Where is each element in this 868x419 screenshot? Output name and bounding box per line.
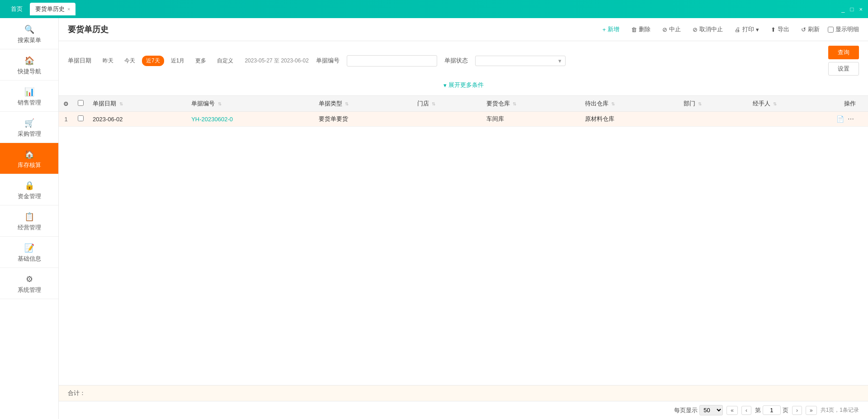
th-req-warehouse[interactable]: 要货仓库 ⇅ — [482, 96, 580, 112]
sidebar-item-operations[interactable]: 📋 经营管理 — [0, 205, 58, 237]
action-buttons: 查询 设置 — [828, 46, 859, 76]
date-recent7-btn[interactable]: 近7天 — [142, 56, 164, 66]
query-button[interactable]: 查询 — [828, 46, 859, 59]
sidebar-item-system[interactable]: ⚙ 系统管理 — [0, 268, 58, 299]
cell-num: 1 — [59, 112, 73, 127]
cell-department — [679, 112, 748, 127]
search-icon: 🔍 — [24, 24, 34, 34]
tab-home[interactable]: 首页 — [5, 3, 28, 15]
sort-order-no-icon[interactable]: ⇅ — [218, 101, 222, 106]
date-custom-btn[interactable]: 自定义 — [213, 56, 237, 66]
th-pending-warehouse-label: 待出仓库 — [585, 100, 609, 107]
clipboard-icon: 📋 — [24, 212, 34, 222]
data-table: ⚙ 单据日期 ⇅ 单据编号 ⇅ 单据类型 ⇅ — [59, 96, 868, 127]
sidebar-item-quick-nav[interactable]: 🏠 快捷导航 — [0, 49, 58, 81]
filter-row-1: 单据日期 昨天 今天 近7天 近1月 更多 自定义 2023-05-27 至 2… — [68, 46, 859, 76]
summary-label: 合计： — [68, 389, 85, 397]
row-checkbox[interactable] — [78, 115, 84, 121]
th-order-type[interactable]: 单据类型 ⇅ — [314, 96, 413, 112]
footer-summary: 合计： — [59, 385, 868, 401]
th-pending-warehouse[interactable]: 待出仓库 ⇅ — [580, 96, 679, 112]
date-recent1m-btn[interactable]: 近1月 — [167, 56, 189, 66]
lock-icon: 🔒 — [24, 181, 34, 190]
order-no-input[interactable] — [347, 55, 437, 67]
page-number-input[interactable] — [763, 405, 781, 415]
first-page-button[interactable]: « — [726, 406, 738, 415]
refresh-button[interactable]: ↺ 刷新 — [797, 24, 823, 35]
cancel-stop-icon: ⊘ — [693, 26, 698, 33]
settings-button[interactable]: 设置 — [828, 62, 859, 76]
show-detail-checkbox[interactable] — [828, 27, 834, 33]
sort-department-icon[interactable]: ⇅ — [698, 101, 702, 106]
sort-handler-icon[interactable]: ⇅ — [773, 101, 777, 106]
new-button[interactable]: + 新增 — [599, 24, 623, 35]
delete-button[interactable]: 🗑 删除 — [627, 24, 654, 35]
table-row: 1 2023-06-02 YH-20230602-0 要货单要货 车间库 原材料… — [59, 112, 868, 127]
sort-order-type-icon[interactable]: ⇅ — [345, 101, 349, 106]
date-yesterday-btn[interactable]: 昨天 — [99, 56, 118, 66]
th-department[interactable]: 部门 ⇅ — [679, 96, 748, 112]
th-settings[interactable]: ⚙ — [59, 96, 73, 112]
sidebar-item-sales[interactable]: 📊 销售管理 — [0, 81, 58, 112]
new-label: 新增 — [608, 25, 619, 33]
maximize-icon[interactable]: □ — [850, 6, 854, 13]
cancel-stop-button[interactable]: ⊘ 取消中止 — [689, 24, 726, 35]
total-info: 共1页，1条记录 — [821, 406, 859, 414]
sidebar-item-basic-info[interactable]: 📝 基础信息 — [0, 237, 58, 268]
cell-order-type: 要货单要货 — [314, 112, 413, 127]
row-more-icon[interactable]: ⋯ — [848, 115, 854, 123]
print-button[interactable]: 🖨 打印 ▾ — [731, 24, 763, 35]
sort-pending-warehouse-icon[interactable]: ⇅ — [611, 101, 615, 106]
date-range-display: 2023-05-27 至 2023-06-02 — [245, 57, 308, 65]
show-detail-checkbox-wrap[interactable]: 显示明细 — [828, 25, 859, 33]
sidebar-item-finance[interactable]: 🔒 资金管理 — [0, 174, 58, 205]
cart-icon: 🛒 — [24, 118, 34, 128]
status-select-arrow-icon: ▾ — [558, 57, 561, 64]
sort-req-warehouse-icon[interactable]: ⇅ — [513, 101, 516, 106]
date-filter-label: 单据日期 — [68, 57, 91, 65]
expand-filters-btn[interactable]: ▾ 展开更多条件 — [440, 79, 487, 91]
last-page-button[interactable]: » — [806, 406, 817, 415]
sidebar-item-inventory[interactable]: 🏠 库存核算 — [0, 143, 58, 174]
export-button[interactable]: ⬆ 导出 — [767, 24, 793, 35]
cell-order-no[interactable]: YH-20230602-0 — [187, 112, 314, 127]
page-size-select[interactable]: 50 100 200 — [699, 405, 723, 415]
go-label: 第 — [755, 406, 761, 414]
expand-icon: ▾ — [443, 82, 447, 89]
next-page-button[interactable]: › — [792, 406, 802, 415]
th-handler[interactable]: 经手人 ⇅ — [748, 96, 832, 112]
sort-store-icon[interactable]: ⇅ — [432, 101, 435, 106]
stop-button[interactable]: ⊘ 中止 — [659, 24, 684, 35]
pagination: 每页显示 50 100 200 « ‹ 第 页 › » 共1页，1条记录 — [59, 401, 868, 419]
table-body: 1 2023-06-02 YH-20230602-0 要货单要货 车间库 原材料… — [59, 112, 868, 127]
select-all-checkbox[interactable] — [78, 100, 84, 106]
th-date[interactable]: 单据日期 ⇅ — [88, 96, 187, 112]
prev-page-button[interactable]: ‹ — [741, 406, 751, 415]
cell-checkbox[interactable] — [73, 112, 88, 127]
th-order-no[interactable]: 单据编号 ⇅ — [187, 96, 314, 112]
cell-store — [413, 112, 482, 127]
date-today-btn[interactable]: 今天 — [120, 56, 139, 66]
row-edit-icon[interactable]: 📄 — [836, 115, 844, 123]
order-no-link[interactable]: YH-20230602-0 — [191, 116, 233, 123]
th-operations: 操作 — [832, 96, 868, 112]
sidebar-item-search[interactable]: 🔍 搜索菜单 — [0, 18, 58, 49]
export-label: 导出 — [778, 25, 789, 33]
toolbar: + 新增 🗑 删除 ⊘ 中止 ⊘ 取消中止 🖨 打印 — [599, 24, 859, 35]
status-select[interactable]: ▾ — [475, 56, 566, 66]
sort-date-icon[interactable]: ⇅ — [119, 101, 123, 106]
table-header: ⚙ 单据日期 ⇅ 单据编号 ⇅ 单据类型 ⇅ — [59, 96, 868, 112]
th-checkbox[interactable] — [73, 96, 88, 112]
th-order-no-label: 单据编号 — [191, 100, 215, 107]
th-store-label: 门店 — [417, 100, 429, 107]
close-tab-icon[interactable]: × — [67, 6, 70, 12]
stop-label: 中止 — [669, 25, 681, 33]
close-icon[interactable]: × — [859, 6, 863, 13]
cell-handler — [748, 112, 832, 127]
minimize-icon[interactable]: _ — [841, 6, 844, 13]
tab-order-history[interactable]: 要货单历史 × — [30, 3, 75, 15]
date-more-btn[interactable]: 更多 — [191, 56, 210, 66]
order-no-label: 单据编号 — [316, 57, 340, 65]
th-store[interactable]: 门店 ⇅ — [413, 96, 482, 112]
sidebar-item-purchase[interactable]: 🛒 采购管理 — [0, 112, 58, 143]
